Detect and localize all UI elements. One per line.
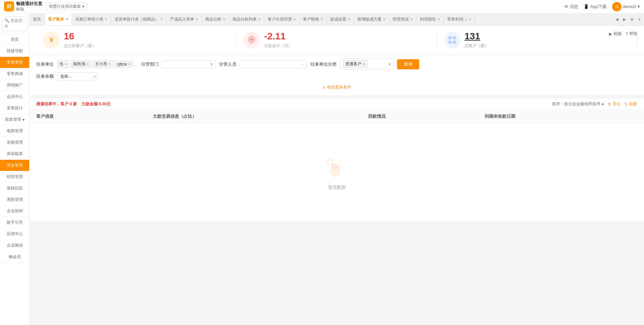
filter-dept-input[interactable]: ▾	[162, 60, 216, 68]
refresh-button[interactable]: ↻ 刷新	[625, 101, 637, 107]
tab-next-button[interactable]: ▶	[621, 16, 628, 23]
chevron-down-icon: ▾	[23, 117, 25, 122]
user-menu[interactable]: D demo2 ▾	[612, 2, 640, 11]
tab-close-icon[interactable]: ✕	[293, 17, 296, 21]
filter-tag-2: 王小亮 ✕	[93, 60, 113, 68]
sidebar-item-wholesale[interactable]: 批发管理 ▾	[0, 114, 29, 125]
collapse-button[interactable]: ∧ 收起更多条件	[323, 84, 351, 90]
filter-tag-3: cjttcw ✕	[115, 61, 133, 68]
tab-customer-contact[interactable]: 客户联络 ✕	[300, 13, 327, 25]
chevron-down-icon: ▾	[389, 62, 391, 67]
video-button[interactable]: ▶ 视频	[609, 31, 621, 37]
empty-row: 暂无数据	[30, 123, 644, 221]
tab-customer-tier[interactable]: 客户分层经营 ✕	[264, 13, 300, 25]
export-button[interactable]: ⬆ 导出	[608, 101, 620, 107]
sidebar-item-retail[interactable]: 零售管理	[0, 57, 29, 68]
chevron-down-icon: ▾	[211, 62, 213, 67]
tab-close-icon[interactable]: ✕	[320, 17, 323, 21]
data-table: 客户信息 欠款交易信息（占比） 回款情况 到期未收款日期	[30, 110, 644, 221]
stat-icon-total	[444, 32, 461, 48]
sidebar: 🔍 搜索菜单 首页 快捷导航 零售管理 零售商城 营销推广 会员中心 零售统计 …	[0, 13, 30, 325]
tab-profit-report[interactable]: 利润报告 ✕	[417, 13, 444, 25]
tab-close-icon[interactable]: ✕	[196, 17, 198, 21]
sidebar-item-app-center[interactable]: 应用中心	[0, 228, 29, 240]
stat-block-debt: ✦ -2.11 欠款合计（万）	[237, 31, 437, 49]
tab-close-icon[interactable]: ✕	[258, 17, 261, 21]
tab-close-icon[interactable]: ✕	[469, 17, 471, 21]
industry-dropdown[interactable]: 母婴行业演示账套 ▾	[46, 3, 87, 10]
sidebar-item-enterprise[interactable]: 企业协同	[0, 206, 29, 217]
filter-tag-0: 伍 ✕	[57, 60, 70, 68]
tab-commission-setting[interactable]: 提成设置 ✕	[327, 13, 354, 25]
tab-prev-button[interactable]: ◀	[614, 16, 620, 23]
filter-label-dept: 分管部门	[141, 61, 159, 67]
sidebar-item-basic-info[interactable]: 基础信息	[0, 183, 29, 194]
tab-close-icon[interactable]: ✕	[437, 17, 440, 21]
tab-purchase-order[interactable]: 采购订单统计表 ✕	[72, 13, 111, 25]
sidebar-item-vip[interactable]: 畅会员	[0, 251, 29, 263]
tab-product-instock[interactable]: 产成品入库单 ✕	[167, 13, 202, 25]
remove-tag-0[interactable]: ✕	[65, 62, 67, 66]
filter-more-btn[interactable]: ...	[134, 62, 138, 67]
sidebar-item-newbie[interactable]: 新手引导	[0, 217, 29, 228]
tab-home[interactable]: 首页	[30, 13, 45, 25]
sidebar-item-purchase[interactable]: 采购管理	[0, 137, 29, 148]
remove-tag-3[interactable]: ✕	[128, 62, 131, 66]
stat-icon-customers: ¥	[43, 32, 60, 48]
sidebar-item-member-center[interactable]: 会员中心	[0, 91, 29, 103]
help-button[interactable]: ? 帮助	[626, 31, 637, 37]
filter-person-input[interactable]: ···	[240, 60, 307, 68]
tab-add-commission[interactable]: 新增提成方案 ✕	[354, 13, 389, 25]
collapse-area: ∧ 收起更多条件	[36, 83, 637, 92]
tab-close-icon[interactable]: ✕	[410, 17, 413, 21]
download-icon: 📱	[584, 4, 589, 9]
sidebar-item-finance[interactable]: 资金管理	[0, 160, 29, 171]
sidebar-item-inventory[interactable]: 库存核算	[0, 148, 29, 160]
tab-business-status[interactable]: 经营情况 ✕	[389, 13, 417, 25]
message-button[interactable]: ✉ 消息	[564, 4, 578, 10]
remove-tag-2[interactable]: ✕	[108, 62, 111, 66]
stat-block-total: 131 总客户（家）	[437, 31, 637, 49]
tab-close-icon[interactable]: ✕	[66, 17, 68, 21]
sidebar-item-ecom[interactable]: 电商管理	[0, 125, 29, 137]
logo-area: 好 畅捷通好生意 标版	[4, 1, 42, 12]
svg-rect-2	[453, 36, 456, 39]
tab-close-icon[interactable]: ✕	[105, 17, 108, 21]
tab-goods-analysis-list[interactable]: 商品分析列表 ✕	[229, 13, 264, 25]
sidebar-item-wechat[interactable]: 企业微信	[0, 240, 29, 251]
tab-close-all-button[interactable]: ✕	[636, 16, 643, 23]
app-download-button[interactable]: 📱 App下载	[584, 4, 607, 10]
empty-cell: 暂无数据	[30, 123, 644, 221]
tab-goods-stats[interactable]: 进货单统计表（按商品） ✕	[111, 13, 167, 25]
remove-class-tag[interactable]: ✕	[362, 62, 365, 66]
query-button[interactable]: 查询	[397, 59, 419, 69]
tab-customer-ledger[interactable]: 客户账本 ✕	[45, 13, 72, 25]
tab-expand-button[interactable]: ⊞	[629, 16, 635, 23]
sidebar-item-operations[interactable]: 经营管理	[0, 171, 29, 183]
sort-select[interactable]: 排序：按欠款金额倒序排序 ▾	[552, 101, 604, 107]
tab-bar: 首页 客户账本 ✕ 采购订单统计表 ✕ 进货单统计表（按商品） ✕ 产成品入库单…	[30, 13, 644, 26]
tab-close-icon[interactable]: ✕	[160, 17, 163, 21]
tab-retail-profit[interactable]: 零售利润（ ✕	[444, 13, 475, 25]
tab-goods-analysis[interactable]: 商品分析 ✕	[202, 13, 229, 25]
sidebar-item-retail-stats[interactable]: 零售统计	[0, 103, 29, 114]
stat-label-debt: 欠款合计（万）	[264, 43, 292, 49]
filter-unit-class-input[interactable]: 普通客户 ✕ ▾	[340, 59, 394, 70]
svg-line-12	[340, 159, 344, 161]
chevron-up-icon: ∧	[323, 85, 326, 90]
stat-info-debt: -2.11 欠款合计（万）	[264, 31, 292, 49]
sidebar-item-retail-mall[interactable]: 零售商城	[0, 68, 29, 80]
top-bar-right: ✉ 消息 📱 App下载 D demo2 ▾	[564, 2, 640, 11]
tab-close-icon[interactable]: ✕	[223, 17, 225, 21]
tab-close-icon[interactable]: ✕	[348, 17, 350, 21]
remove-tag-1[interactable]: ✕	[86, 62, 89, 66]
sidebar-item-shortcut[interactable]: 快捷导航	[0, 45, 29, 57]
sidebar-item-home[interactable]: 首页	[0, 34, 29, 45]
sidebar-item-system[interactable]: 系统管理	[0, 194, 29, 206]
sidebar-search-button[interactable]: 🔍 搜索菜单	[2, 16, 27, 31]
sidebar-item-marketing[interactable]: 营销推广	[0, 80, 29, 91]
tab-close-icon[interactable]: ✕	[383, 17, 386, 21]
filter-label-person: 分管人员	[219, 61, 237, 67]
filter-balance-select[interactable]: 选择...	[57, 72, 97, 80]
filter-label-unit: 往来单位	[36, 61, 54, 67]
